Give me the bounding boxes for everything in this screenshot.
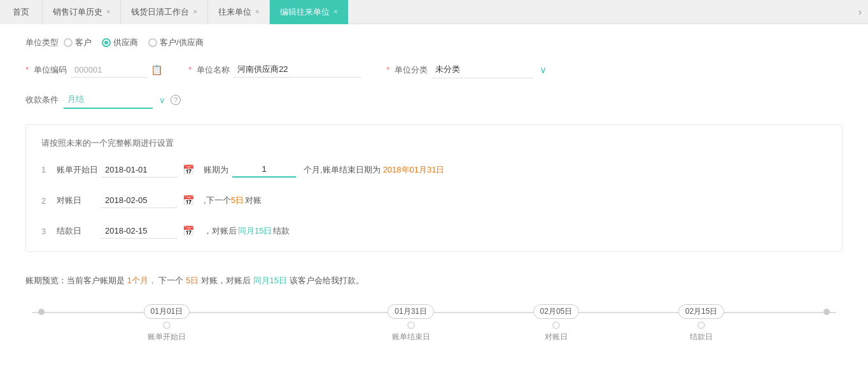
preview-label: 账期预览：当前客户账期是 xyxy=(25,276,125,285)
unit-code-label: 单位编码 xyxy=(34,64,67,76)
timeline-label-4: 结款日 xyxy=(690,332,713,342)
unit-category-select[interactable]: 未分类 xyxy=(431,61,533,78)
row-1-period-label: 账期为 xyxy=(204,164,228,176)
timeline-start-dot xyxy=(38,309,45,315)
row-1-end-date: 2018年01月31日 xyxy=(383,164,445,176)
row-3-field-label: 结款日 xyxy=(57,225,101,237)
tab-cash-workbench-label: 钱货日清工作台 xyxy=(131,6,189,18)
unit-code-icon[interactable]: 📋 xyxy=(151,64,163,76)
tabs-bar: 首页 销售订单历史 × 钱货日清工作台 × 往来单位 × 编辑往来单位 × › xyxy=(0,0,868,24)
setting-row-1: 1 账单开始日 📅 账期为 个月,账单结束日期为 2018年01月31日 xyxy=(41,162,827,178)
help-icon[interactable]: ? xyxy=(171,95,181,105)
row-1-field-label: 账单开始日 xyxy=(57,164,101,176)
unit-category-dropdown-icon[interactable]: ∨ xyxy=(540,64,547,76)
radio-customer-circle xyxy=(64,38,73,47)
unit-type-label: 单位类型 xyxy=(25,37,59,48)
timeline-dot-4 xyxy=(697,321,705,329)
unit-category-value: 未分类 xyxy=(435,64,529,75)
page-content: 单位类型 客户 供应商 客户/供应商 * 单位编码 📋 * 单位名称 xyxy=(0,24,868,387)
unit-code-input[interactable] xyxy=(71,62,147,78)
timeline-label-3: 对账日 xyxy=(545,332,568,342)
row-1-num: 1 xyxy=(41,165,57,174)
preview-reconcile-prefix: 下一个 xyxy=(158,276,183,285)
payment-condition-label: 收款条件 xyxy=(25,94,59,106)
row-2-date-input[interactable] xyxy=(101,193,178,208)
unit-name-label: 单位名称 xyxy=(197,64,230,76)
tab-cash-workbench[interactable]: 钱货日清工作台 × xyxy=(121,0,207,24)
row-3-day-highlight: 同月15日 xyxy=(238,225,272,237)
timeline-date-3: 02月05日 xyxy=(533,304,580,319)
payment-condition-row: 收款条件 月结 ∨ ? xyxy=(25,91,843,109)
unit-category-group: * 单位分类 未分类 ∨ xyxy=(386,61,547,78)
unit-type-radio-group: 客户 供应商 客户/供应商 xyxy=(64,37,204,48)
unit-type-row: 单位类型 客户 供应商 客户/供应商 xyxy=(25,37,843,48)
tab-home-label: 首页 xyxy=(13,6,29,18)
tab-edit-partner-close[interactable]: × xyxy=(333,8,337,15)
settings-box: 请按照未来的一个完整帐期进行设置 1 账单开始日 📅 账期为 个月,账单结束日期… xyxy=(25,124,843,252)
timeline-date-4: 02月15日 xyxy=(678,304,725,319)
timeline-label-1: 账单开始日 xyxy=(148,332,186,342)
tab-sales-order-close[interactable]: × xyxy=(106,8,110,15)
radio-supplier[interactable]: 供应商 xyxy=(102,37,138,48)
row-1-period-unit: 个月,账单结束日期为 xyxy=(304,164,381,176)
row-2-suffix2: 对账 xyxy=(245,195,262,206)
row-1-date-input[interactable] xyxy=(101,162,178,178)
radio-customer[interactable]: 客户 xyxy=(64,37,92,48)
preview-period: 1个月， xyxy=(127,276,157,285)
timeline-point-1: 01月01日 账单开始日 xyxy=(144,304,190,342)
radio-supplier-label: 供应商 xyxy=(113,37,138,48)
timeline-end-dot xyxy=(823,309,830,315)
unit-code-required: * xyxy=(25,65,29,74)
timeline-dot-1 xyxy=(163,321,171,329)
tab-sales-order[interactable]: 销售订单历史 × xyxy=(43,0,121,24)
row-3-cal-icon[interactable]: 📅 xyxy=(183,225,195,237)
unit-category-label: 单位分类 xyxy=(395,64,428,76)
unit-name-required: * xyxy=(188,65,192,74)
row-2-suffix1: ,下一个 xyxy=(204,195,231,206)
row-2-cal-icon[interactable]: 📅 xyxy=(183,195,195,206)
preview-section: 账期预览：当前客户账期是 1个月， 下一个 5日 对账，对账后 同月15日 该客… xyxy=(25,265,843,342)
row-2-num: 2 xyxy=(41,196,57,206)
timeline-point-4: 02月15日 结款日 xyxy=(678,304,725,342)
radio-both-label: 客户/供应商 xyxy=(160,37,204,48)
tab-edit-partner[interactable]: 编辑往来单位 × xyxy=(270,0,347,24)
unit-name-input[interactable] xyxy=(234,62,361,78)
payment-condition-value: 月结 xyxy=(67,94,84,105)
timeline-date-2: 01月31日 xyxy=(388,304,434,319)
timeline-point-3: 02月05日 对账日 xyxy=(533,304,580,342)
row-2-field-label: 对账日 xyxy=(57,195,101,206)
code-name-category-row: * 单位编码 📋 * 单位名称 * 单位分类 未分类 ∨ xyxy=(25,61,843,78)
tab-partner-units[interactable]: 往来单位 × xyxy=(208,0,270,24)
preview-reconcile-suffix: 对账，对账后 xyxy=(201,276,251,285)
row-2-day-highlight: 5日 xyxy=(231,195,244,206)
radio-customer-label: 客户 xyxy=(75,37,92,48)
timeline-point-2: 01月31日 账单结束日 xyxy=(388,304,434,342)
tabs-scroll-right[interactable]: › xyxy=(852,6,868,18)
payment-condition-select[interactable]: 月结 xyxy=(64,91,153,109)
payment-dropdown-icon[interactable]: ∨ xyxy=(159,95,165,105)
timeline-dot-2 xyxy=(407,321,415,329)
preview-end: 该客户会给我打款。 xyxy=(290,276,364,285)
timeline-date-1: 01月01日 xyxy=(144,304,190,319)
timeline-wrapper: 01月01日 账单开始日 01月31日 账单结束日 02月05日 对账日 xyxy=(25,304,843,342)
row-3-date-input[interactable] xyxy=(101,223,178,239)
setting-row-3: 3 结款日 📅 ，对账后 同月15日 结款 xyxy=(41,223,827,239)
unit-code-group: * 单位编码 📋 xyxy=(25,62,163,78)
row-3-suffix1: ，对账后 xyxy=(204,225,237,237)
preview-reconcile-day: 5日 xyxy=(186,276,199,285)
row-1-cal-icon[interactable]: 📅 xyxy=(183,164,195,176)
row-3-suffix2: 结款 xyxy=(273,225,290,237)
row-1-period-input[interactable] xyxy=(232,162,296,178)
radio-supplier-circle xyxy=(102,38,111,47)
tab-partner-units-close[interactable]: × xyxy=(255,8,259,15)
radio-both[interactable]: 客户/供应商 xyxy=(148,37,204,48)
timeline-row: 01月01日 账单开始日 01月31日 账单结束日 02月05日 对账日 xyxy=(38,304,830,342)
tab-partner-units-label: 往来单位 xyxy=(218,6,251,18)
preview-payment-day: 同月15日 xyxy=(253,276,287,285)
unit-category-required: * xyxy=(386,65,389,74)
unit-name-group: * 单位名称 xyxy=(188,62,361,78)
row-3-num: 3 xyxy=(41,227,57,236)
tab-sales-order-label: 销售订单历史 xyxy=(53,6,102,18)
tab-cash-workbench-close[interactable]: × xyxy=(193,8,197,15)
tab-home[interactable]: 首页 xyxy=(0,0,43,24)
